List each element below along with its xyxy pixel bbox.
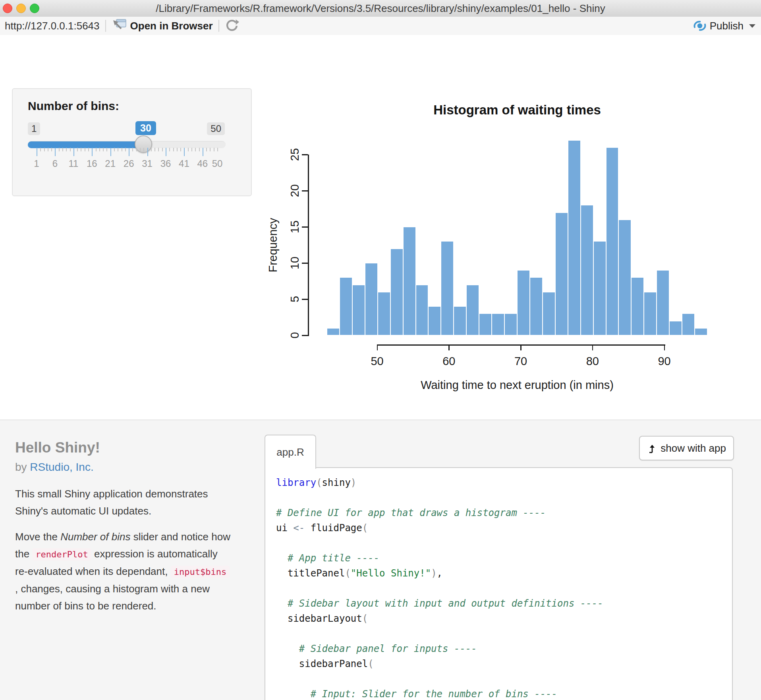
slider-tick	[166, 148, 166, 156]
description-paragraph: This small Shiny application demonstrate…	[15, 485, 233, 520]
code-token-p: (	[368, 658, 373, 669]
author-link[interactable]: RStudio, Inc.	[30, 461, 93, 473]
slider-tick	[81, 148, 81, 151]
slider-tick	[199, 148, 200, 151]
paragraph-text: , changes, causing a histogram with a ne…	[15, 583, 210, 612]
code-token-cm: # Sidebar panel for inputs ----	[299, 643, 477, 654]
code-token-p: (	[362, 522, 368, 534]
slider-track[interactable]	[28, 141, 226, 148]
code-line: sidebarLayout(	[276, 611, 732, 626]
refresh-icon[interactable]	[225, 19, 239, 33]
slider-tick	[147, 148, 148, 156]
slider-tick	[206, 148, 207, 151]
source-code: library(shiny) # Define UI for app that …	[276, 475, 732, 700]
slider-tick-label: 36	[160, 158, 171, 169]
slider-tick	[136, 148, 137, 151]
code-token-op: <-	[293, 522, 305, 534]
slider-tick	[62, 148, 63, 151]
code-line	[276, 626, 732, 641]
slider-max-label: 50	[207, 122, 225, 135]
inline-code: renderPlot	[32, 548, 91, 561]
slider-tick	[140, 148, 141, 151]
slider-tick	[203, 148, 203, 156]
code-token-p: (	[362, 613, 368, 624]
slider-tick	[162, 148, 163, 151]
showcase-title: Hello Shiny!	[15, 439, 100, 456]
slider-tick	[48, 148, 48, 151]
sidebar-panel: Number of bins: 1 50 30 1611162126313641…	[12, 88, 252, 196]
publish-button[interactable]: Publish	[693, 17, 755, 35]
code-token-cm: # Sidebar layout with input and output d…	[288, 598, 603, 609]
slider-tick	[191, 148, 192, 151]
slider-tick	[59, 148, 60, 151]
slider-tick	[155, 148, 155, 151]
slider-tick	[70, 148, 71, 151]
slider-tick	[37, 148, 37, 156]
slider-tick-grid: 16111621263136414650	[37, 148, 217, 176]
code-token-pl	[276, 643, 299, 654]
code-token-cm: # App title ----	[288, 553, 379, 564]
shiny-viewer-window: /Library/Frameworks/R.framework/Versions…	[0, 0, 761, 700]
slider-tick	[118, 148, 118, 151]
slider-tick	[214, 148, 214, 151]
toolbar-separator	[218, 20, 219, 32]
code-token-p: (	[345, 568, 350, 579]
slider-tick-label: 50	[212, 158, 223, 169]
code-token-pl	[276, 553, 288, 564]
code-line	[276, 536, 732, 551]
slider-tick	[180, 148, 181, 151]
toolbar-separator	[105, 20, 106, 32]
slider-tick	[73, 148, 74, 156]
code-token-kw: library	[276, 477, 316, 488]
slider-value-label: 30	[135, 121, 156, 135]
code-line: ui <- fluidPage(	[276, 520, 732, 536]
slider-tick-label: 41	[179, 158, 189, 169]
window-titlebar: /Library/Frameworks/R.framework/Versions…	[0, 0, 761, 17]
code-line: # Sidebar layout with input and output d…	[276, 596, 732, 611]
window-title: /Library/Frameworks/R.framework/Versions…	[0, 0, 761, 17]
code-token-pl: fluidPage	[305, 522, 362, 534]
show-with-app-arrow-icon	[647, 443, 657, 454]
slider-tick	[122, 148, 122, 151]
open-in-browser-button[interactable]: Open in Browser	[112, 18, 213, 34]
slider-min-label: 1	[28, 122, 40, 135]
open-in-browser-icon	[112, 18, 127, 34]
slider-tick-label: 11	[68, 158, 78, 169]
code-token-pl	[276, 688, 311, 700]
code-line: # Sidebar panel for inputs ----	[276, 641, 732, 656]
slider-tick	[151, 148, 152, 151]
publish-label: Publish	[710, 20, 744, 32]
slider-tick	[217, 148, 218, 151]
slider-tick	[99, 148, 100, 151]
show-with-app-button[interactable]: show with app	[639, 436, 734, 460]
code-token-pl	[276, 598, 288, 609]
paragraph-text: Move the	[15, 531, 60, 543]
slider-tick	[169, 148, 170, 151]
slider-tick-label: 31	[142, 158, 153, 169]
showcase-byline: by RStudio, Inc.	[15, 461, 94, 474]
open-in-browser-label: Open in Browser	[130, 20, 213, 32]
slider-tick	[129, 148, 129, 156]
code-line: # Define UI for app that draws a histogr…	[276, 505, 732, 520]
slider-tick	[77, 148, 78, 151]
slider-tick-label: 26	[124, 158, 134, 169]
slider-tick	[177, 148, 178, 151]
code-token-p: )	[351, 477, 356, 488]
tab-app-r[interactable]: app.R	[265, 435, 316, 469]
code-line	[276, 490, 732, 505]
slider-tick	[88, 148, 89, 151]
code-line: library(shiny)	[276, 475, 732, 490]
slider-tick	[143, 148, 144, 151]
code-token-cm: # Define UI for app that draws a histogr…	[276, 507, 546, 518]
code-line	[276, 581, 732, 596]
slider-tick	[125, 148, 126, 151]
slider-tick-label: 1	[34, 158, 39, 169]
slider-tick-label: 21	[105, 158, 116, 169]
code-token-p: (	[316, 477, 322, 488]
publish-dropdown-caret-icon[interactable]	[749, 24, 755, 28]
slider-label: Number of bins:	[28, 99, 119, 113]
slider-tick	[55, 148, 56, 156]
slider-tick	[103, 148, 104, 151]
slider-tick	[195, 148, 196, 151]
url-text: http://127.0.0.1:5643	[5, 20, 100, 32]
